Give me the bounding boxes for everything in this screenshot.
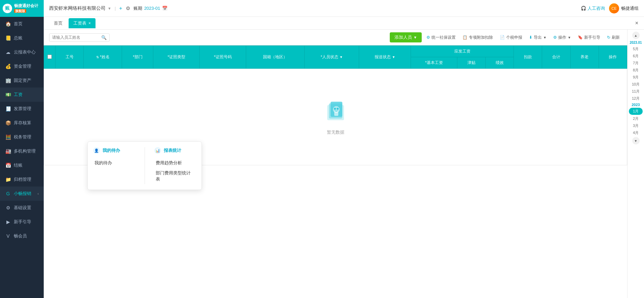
tab-home-label: 首页 (54, 20, 63, 26)
timeline-month-6[interactable]: 6月 (628, 53, 644, 60)
sidebar-item-label: 结账 (14, 162, 23, 168)
timeline-month-4[interactable]: 4月 (628, 129, 644, 136)
logo-icon: 账 (3, 4, 12, 13)
timeline-month-2[interactable]: 2月 (628, 115, 644, 122)
th-checkbox[interactable] (44, 46, 55, 69)
popup-report-item-1[interactable]: 费用趋势分析 (154, 158, 196, 168)
operate-btn[interactable]: ⚙ 操作 ▼ (551, 33, 573, 42)
popup-section: 👤 我的待办 我的待办 📊 报表统计 费用趋势分析 部门费用类型统计表 (93, 147, 196, 184)
social-insurance-label: 统一社保设置 (431, 35, 456, 40)
special-deduct-btn[interactable]: 📋 专项附加扣除 (460, 33, 495, 42)
avatar-initials: CE (611, 6, 616, 10)
sidebar-item-reports[interactable]: ☁ 云报表中心 (0, 45, 44, 59)
search-icon[interactable]: 🔍 (101, 35, 107, 40)
refresh-btn[interactable]: ↻ 刷新 (605, 33, 622, 42)
timeline-month-8[interactable]: 8月 (628, 67, 644, 74)
sidebar-item-label: 归档管理 (14, 176, 31, 183)
sidebar-item-expense[interactable]: G 小畅报销 ‹ (0, 187, 44, 201)
sidebar-item-tax[interactable]: 🧮 税务管理 (0, 130, 44, 144)
new-guide-btn[interactable]: 🔖 新手引导 (576, 33, 602, 42)
timeline-month-1[interactable]: 1月 (629, 108, 643, 115)
th-id-number: *证照号码 (199, 46, 246, 69)
tabs-bar: 首页 工资表 × ✕ (44, 17, 644, 30)
user-info[interactable]: CE 畅捷通组 (609, 3, 639, 13)
sidebar-item-label: 总账 (14, 35, 23, 41)
sidebar-item-settings[interactable]: ⚙ 基础设置 (0, 201, 44, 215)
popup-col-todo: 👤 我的待办 我的待办 (93, 147, 135, 184)
add-company-icon[interactable]: + (119, 5, 122, 11)
company-selector[interactable]: 西安虾米网络科技有限公司 ▼ (49, 5, 111, 11)
social-insurance-btn[interactable]: ⚙ 统一社保设置 (424, 33, 458, 42)
period-info: 账期 2023-01 📅 (134, 5, 168, 11)
sidebar-item-archive[interactable]: 📁 归档管理 (0, 172, 44, 187)
tab-salary-table[interactable]: 工资表 × (69, 18, 96, 28)
new-guide-label: 新手引导 (584, 35, 600, 40)
todo-item-label: 我的待办 (94, 160, 112, 165)
social-insurance-icon: ⚙ (426, 35, 430, 40)
timeline-month-11[interactable]: 11月 (628, 88, 644, 95)
search-input[interactable] (52, 35, 99, 40)
invoice-icon: 🧾 (5, 106, 11, 111)
empty-text: 暂无数据 (327, 129, 344, 135)
sidebar-item-label: 工资 (14, 92, 23, 98)
tab-salary-label: 工资表 (73, 20, 86, 26)
sidebar-item-member[interactable]: V 畅会员 (0, 229, 44, 243)
company-name: 西安虾米网络科技有限公司 (49, 5, 106, 11)
timeline-month-3[interactable]: 3月 (628, 122, 644, 129)
th-nationality: 国籍（地区） (246, 46, 304, 69)
timeline-month-10[interactable]: 10月 (628, 81, 644, 88)
popup-todo-item[interactable]: 我的待办 (93, 158, 135, 168)
th-name: ⇅ *姓名 (84, 46, 122, 69)
service-btn[interactable]: 🎧 人工咨询 (581, 5, 605, 11)
sidebar-item-inventory[interactable]: 📦 库存核算 (0, 116, 44, 130)
sidebar-item-home[interactable]: 🏠 首页 (0, 17, 44, 31)
sidebar-item-ledger[interactable]: 📒 总账 (0, 31, 44, 45)
select-all-checkbox[interactable] (47, 55, 52, 59)
sidebar-item-label: 税务管理 (14, 134, 31, 140)
sidebar-item-salary[interactable]: 💵 工资 (0, 88, 44, 102)
add-person-btn[interactable]: 添加人员 ▼ (390, 32, 422, 42)
guide-icon: ▶ (5, 219, 11, 225)
sidebar-item-closing[interactable]: 📅 结账 (0, 158, 44, 172)
refresh-label: 刷新 (612, 35, 620, 40)
svg-point-6 (337, 108, 339, 110)
topbar-divider: | (115, 6, 116, 11)
table-header-row1: 工号 ⇅ *姓名 *部门 *证照类型 *证照号码 国籍（地区） *人员状态 ▼ (44, 46, 627, 57)
timeline-month-9[interactable]: 9月 (628, 74, 644, 81)
calendar-icon[interactable]: 📅 (162, 6, 167, 11)
company-dropdown-icon: ▼ (108, 6, 111, 10)
tax-report-btn[interactable]: 📄 个税申报 (498, 33, 524, 42)
svg-rect-4 (334, 111, 338, 116)
timeline-month-5[interactable]: 5月 (628, 45, 644, 53)
th-allowance: 津贴 (457, 57, 485, 69)
export-btn[interactable]: ⬇ 导出 ▼ (527, 33, 548, 42)
period-value: 2023-01 (144, 6, 160, 11)
timeline-month-12[interactable]: 12月 (628, 95, 644, 102)
sidebar-item-guide[interactable]: ▶ 新手引导 (0, 215, 44, 229)
timeline-down-btn[interactable]: ▼ (632, 137, 640, 144)
popup-report-item-2[interactable]: 部门费用类型统计表 (154, 168, 196, 184)
close-panel-btn[interactable]: ✕ (635, 21, 639, 26)
sidebar-item-label: 云报表中心 (14, 49, 36, 55)
operate-label: 操作 (558, 35, 566, 40)
sidebar-item-assets[interactable]: 🏢 固定资产 (0, 73, 44, 88)
th-action: 操作 (599, 46, 627, 69)
sidebar-item-funds[interactable]: 💰 资金管理 (0, 59, 44, 73)
timeline-year-2023: 2023 (628, 102, 644, 107)
timeline-up-btn[interactable]: ▲ (632, 32, 640, 39)
tab-home[interactable]: 首页 (49, 18, 67, 28)
special-deduct-label: 专项附加扣除 (469, 35, 493, 40)
avatar: CE (609, 3, 619, 13)
sidebar-item-multi[interactable]: 🏭 多机构管理 (0, 144, 44, 158)
special-deduct-icon: 📋 (462, 35, 467, 40)
th-pension: 养老 (570, 46, 599, 69)
timeline-month-7[interactable]: 7月 (628, 60, 644, 67)
popup-col-reports-header: 📊 报表统计 (154, 147, 196, 154)
tab-close-btn[interactable]: × (88, 21, 91, 26)
sidebar-item-label: 资金管理 (14, 63, 31, 69)
sidebar-item-label: 畅会员 (14, 233, 27, 239)
sidebar-item-invoice[interactable]: 🧾 发票管理 (0, 102, 44, 116)
settings-icon[interactable]: ⚙ (126, 5, 130, 11)
add-person-label: 添加人员 (394, 34, 412, 40)
search-box[interactable]: 🔍 (49, 33, 110, 42)
